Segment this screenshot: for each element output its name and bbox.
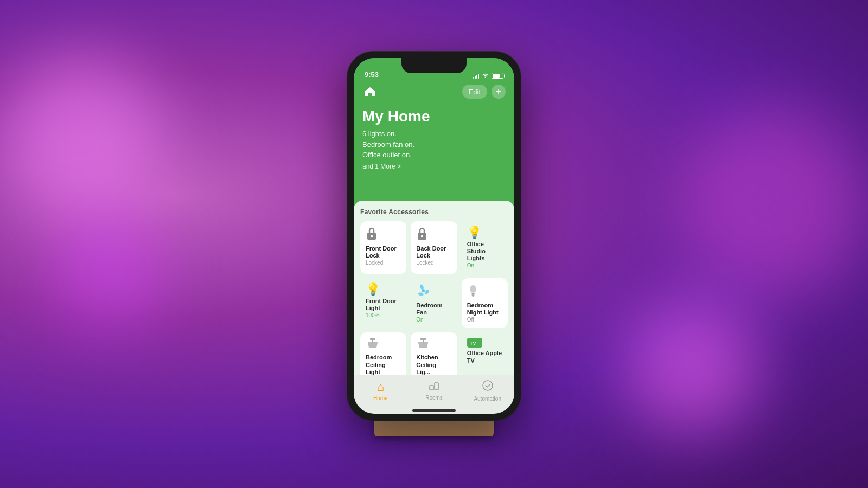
svg-point-7: [424, 289, 430, 296]
signal-bar-3: [476, 75, 477, 79]
tile-name-front-door-lock: Front Door Lock: [366, 245, 401, 259]
svg-rect-12: [370, 338, 375, 340]
battery-icon: [492, 73, 503, 79]
tile-bedroom-fan[interactable]: Bedroom Fan On: [411, 278, 457, 328]
svg-rect-3: [421, 235, 423, 237]
svg-rect-9: [471, 293, 475, 294]
tab-bar: ⌂ Home Rooms: [354, 375, 514, 410]
nav-right-buttons: Edit +: [462, 85, 506, 99]
tab-automation[interactable]: Automation: [461, 380, 514, 402]
appletv-icon: TV: [467, 338, 482, 348]
tile-office-apple-tv[interactable]: TV Office Apple TV: [462, 332, 508, 375]
indicator-bar: [412, 409, 456, 412]
tab-rooms-label: Rooms: [425, 395, 443, 401]
svg-point-6: [418, 292, 424, 297]
svg-rect-11: [472, 296, 474, 297]
top-nav-bar: Edit +: [354, 82, 514, 104]
more-link[interactable]: and 1 More >: [362, 163, 506, 170]
page-title: My Home: [362, 108, 506, 125]
status-line-2: Bedroom fan on.: [362, 139, 506, 150]
house-icon: [364, 86, 376, 97]
tab-home-label: Home: [373, 395, 388, 401]
ceiling-icon-1: [366, 338, 401, 352]
tile-status-bedroom-night-light: Off: [467, 317, 502, 323]
accessories-grid: Front Door Lock Locked Back Door Lo: [360, 221, 508, 375]
tile-office-studio-lights[interactable]: 💡 Office Studio Lights On: [462, 221, 508, 274]
tile-name-bedroom-ceiling-light: Bedroom Ceiling Light: [366, 354, 401, 375]
svg-rect-1: [371, 235, 373, 237]
svg-rect-16: [420, 338, 426, 340]
tile-status-front-door-light: 100%: [366, 312, 401, 318]
bokeh-blob-4: [624, 298, 760, 434]
tab-automation-label: Automation: [474, 396, 501, 402]
svg-rect-10: [471, 294, 474, 296]
tile-bedroom-night-light[interactable]: Bedroom Night Light Off: [462, 278, 508, 328]
home-indicator: [354, 410, 514, 414]
svg-rect-23: [435, 383, 438, 390]
lock-icon-1: [366, 227, 401, 243]
status-icons: [473, 73, 503, 79]
bokeh-blob-1: [0, 54, 163, 217]
signal-bar-4: [478, 74, 479, 79]
fan-icon: [416, 284, 451, 300]
tile-name-office-studio-lights: Office Studio Lights: [467, 241, 502, 262]
battery-fill: [493, 74, 500, 78]
phone-notch: [401, 58, 467, 73]
tile-name-front-door-light: Front Door Light: [366, 298, 401, 312]
signal-icon: [473, 73, 479, 79]
tile-front-door-light[interactable]: 💡 Front Door Light 100%: [360, 278, 406, 328]
bokeh-blob-2: [54, 217, 163, 325]
svg-marker-14: [368, 343, 378, 348]
status-line-3: Office outlet on.: [362, 150, 506, 160]
edit-button[interactable]: Edit: [462, 85, 487, 99]
tile-status-bedroom-fan: On: [416, 317, 451, 323]
header-section: My Home 6 lights on. Bedroom fan on. Off…: [354, 104, 514, 179]
tile-status-office-studio-lights: On: [467, 262, 502, 268]
svg-text:TV: TV: [470, 341, 476, 346]
bulb-on-icon-1: 💡: [467, 227, 502, 239]
tile-name-kitchen-ceiling-light: Kitchen Ceiling Lig...: [416, 354, 451, 375]
automation-tab-icon: [482, 380, 494, 395]
tab-home[interactable]: ⌂ Home: [354, 380, 407, 401]
bulb-off-icon: [467, 284, 502, 300]
phone-stand-container: 9:53: [347, 52, 521, 436]
home-nav-icon[interactable]: [362, 84, 378, 99]
tile-back-door-lock[interactable]: Back Door Lock Locked: [411, 221, 457, 274]
status-time: 9:53: [365, 70, 379, 79]
status-line-1: 6 lights on.: [362, 129, 506, 139]
tile-bedroom-ceiling-light[interactable]: Bedroom Ceiling Light Off: [360, 332, 406, 375]
phone-frame: 9:53: [347, 52, 521, 420]
tile-status-front-door-lock: Locked: [366, 260, 401, 266]
signal-bar-1: [473, 77, 474, 79]
add-button[interactable]: +: [492, 85, 506, 99]
status-summary: 6 lights on. Bedroom fan on. Office outl…: [362, 129, 506, 160]
svg-point-24: [483, 381, 493, 390]
lock-icon-2: [416, 227, 451, 243]
tile-name-bedroom-fan: Bedroom Fan: [416, 302, 451, 316]
tile-kitchen-ceiling-light[interactable]: Kitchen Ceiling Lig... Off: [411, 332, 457, 375]
ceiling-icon-2: [416, 338, 451, 352]
green-spacer: [354, 179, 514, 201]
signal-bar-2: [475, 76, 476, 79]
home-tab-icon: ⌂: [377, 380, 384, 394]
rooms-tab-icon: [429, 381, 439, 394]
svg-marker-18: [418, 343, 428, 348]
wifi-icon: [481, 73, 489, 79]
bokeh-blob-3: [678, 108, 868, 298]
tile-front-door-lock[interactable]: Front Door Lock Locked: [360, 221, 406, 274]
svg-rect-22: [430, 386, 433, 390]
tile-status-back-door-lock: Locked: [416, 260, 451, 266]
tile-name-office-apple-tv: Office Apple TV: [467, 350, 502, 364]
tile-name-back-door-lock: Back Door Lock: [416, 245, 451, 259]
bulb-on-icon-2: 💡: [366, 284, 401, 296]
battery-tip: [504, 74, 505, 77]
tile-name-bedroom-night-light: Bedroom Night Light: [467, 302, 502, 316]
tab-rooms[interactable]: Rooms: [407, 381, 461, 401]
accessories-section: Favorite Accessories Front Door Lock: [354, 201, 514, 375]
phone-screen: 9:53: [354, 58, 514, 414]
section-title: Favorite Accessories: [360, 208, 508, 216]
svg-point-8: [470, 285, 476, 293]
